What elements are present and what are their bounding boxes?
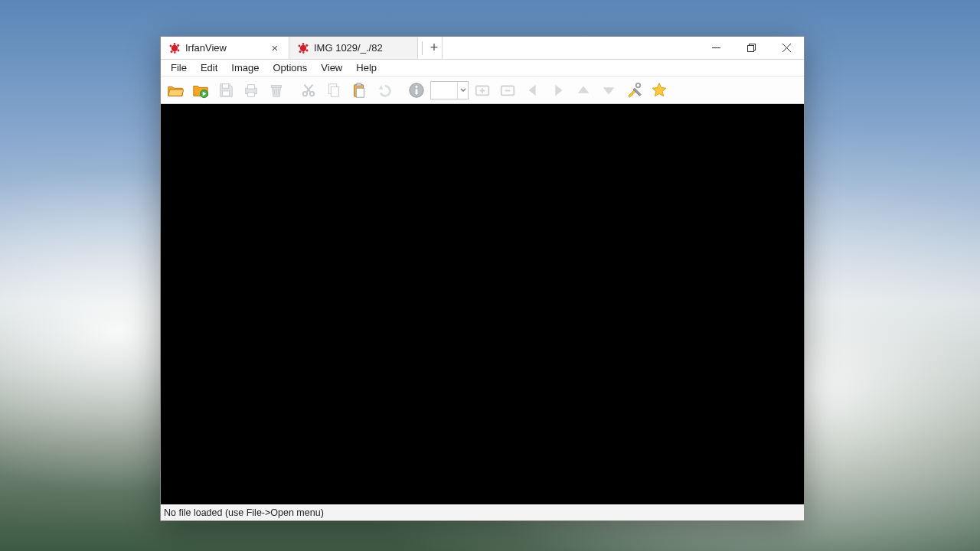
tab-irfanview[interactable]: IrfanView × <box>161 37 289 59</box>
menu-bar: File Edit Image Options View Help <box>161 60 804 77</box>
svg-rect-26 <box>331 86 338 96</box>
svg-point-8 <box>299 44 301 47</box>
print-button[interactable] <box>240 79 263 102</box>
menu-help[interactable]: Help <box>349 60 384 75</box>
menu-edit[interactable]: Edit <box>194 60 224 75</box>
next-button[interactable] <box>547 79 570 102</box>
svg-point-13 <box>302 51 305 54</box>
svg-point-0 <box>172 44 178 51</box>
desktop-background: IrfanView × IMG 1029/_./82 + <box>0 0 980 551</box>
menu-options[interactable]: Options <box>266 60 315 75</box>
last-button[interactable] <box>597 79 620 102</box>
cut-button[interactable] <box>297 79 320 102</box>
save-button[interactable] <box>214 79 237 102</box>
prev-icon <box>524 82 541 99</box>
undo-button[interactable] <box>373 79 396 102</box>
svg-point-4 <box>171 51 173 53</box>
close-button[interactable] <box>769 37 804 59</box>
down-icon <box>600 82 617 99</box>
open-button[interactable] <box>164 79 187 102</box>
prev-button[interactable] <box>521 79 544 102</box>
svg-point-10 <box>306 49 309 51</box>
slideshow-icon <box>192 82 209 99</box>
svg-rect-21 <box>247 92 254 96</box>
zoom-input[interactable] <box>431 82 457 99</box>
titlebar[interactable]: IrfanView × IMG 1029/_./82 + <box>161 37 804 60</box>
svg-point-1 <box>170 44 172 47</box>
menu-image[interactable]: Image <box>224 60 266 75</box>
minimize-icon <box>712 44 720 52</box>
tab-divider <box>422 41 423 55</box>
zoom-out-button[interactable] <box>496 79 519 102</box>
zoom-dropdown-button[interactable] <box>457 82 468 99</box>
irfanview-app-icon <box>297 42 309 54</box>
first-button[interactable] <box>572 79 595 102</box>
print-icon <box>243 82 260 99</box>
svg-rect-17 <box>222 83 228 88</box>
svg-rect-20 <box>247 84 254 89</box>
status-text: No file loaded (use File->Open menu) <box>164 507 324 518</box>
delete-button[interactable] <box>265 79 288 102</box>
save-icon <box>217 82 234 99</box>
close-icon <box>782 44 791 52</box>
svg-point-11 <box>299 51 302 53</box>
open-icon <box>167 82 184 99</box>
tab-label: IrfanView <box>185 42 264 54</box>
svg-point-7 <box>300 44 306 51</box>
window-controls <box>698 37 804 59</box>
cut-icon <box>300 82 317 99</box>
tools-icon <box>626 82 642 99</box>
favorite-button[interactable] <box>648 79 671 102</box>
toolbar <box>161 77 804 104</box>
tools-button[interactable] <box>622 79 645 102</box>
tab-strip: IrfanView × IMG 1029/_./82 + <box>161 37 698 59</box>
copy-icon <box>325 82 342 99</box>
chevron-down-icon <box>460 87 466 93</box>
tab-label: IMG 1029/_./82 <box>314 42 410 54</box>
image-canvas[interactable] <box>161 104 804 504</box>
paste-button[interactable] <box>348 79 371 102</box>
info-icon <box>408 82 425 99</box>
svg-rect-18 <box>222 90 229 95</box>
menu-view[interactable]: View <box>314 60 349 75</box>
svg-point-6 <box>174 51 176 54</box>
paste-icon <box>351 82 368 99</box>
svg-rect-28 <box>356 83 361 86</box>
plus-icon: + <box>430 40 439 56</box>
minimize-button[interactable] <box>698 37 733 59</box>
zoom-in-button[interactable] <box>471 79 494 102</box>
tab-close-button[interactable]: × <box>269 42 281 54</box>
info-button[interactable] <box>405 79 428 102</box>
next-icon <box>550 82 567 99</box>
svg-rect-32 <box>416 89 418 94</box>
delete-icon <box>268 82 285 99</box>
status-bar: No file loaded (use File->Open menu) <box>161 504 804 520</box>
up-icon <box>575 82 592 99</box>
undo-icon <box>376 82 393 99</box>
svg-rect-22 <box>272 85 282 87</box>
irfanview-app-icon <box>168 42 181 54</box>
svg-rect-15 <box>747 46 753 52</box>
slideshow-button[interactable] <box>189 79 212 102</box>
maximize-button[interactable] <box>733 37 769 59</box>
svg-point-12 <box>302 43 305 45</box>
app-window: IrfanView × IMG 1029/_./82 + <box>160 36 805 521</box>
svg-point-2 <box>177 44 179 46</box>
favorite-icon <box>651 82 668 99</box>
maximize-icon <box>747 44 756 52</box>
svg-rect-29 <box>356 88 364 97</box>
new-tab-button[interactable]: + <box>418 37 443 59</box>
zoom-in-icon <box>474 82 491 99</box>
svg-point-31 <box>416 85 418 87</box>
copy-button[interactable] <box>322 79 345 102</box>
svg-point-5 <box>174 43 176 45</box>
svg-point-3 <box>178 49 180 51</box>
zoom-out-icon <box>499 82 516 99</box>
menu-file[interactable]: File <box>164 60 194 75</box>
tab-img[interactable]: IMG 1029/_./82 <box>289 37 418 59</box>
zoom-combobox[interactable] <box>430 81 469 99</box>
svg-point-9 <box>305 44 308 46</box>
svg-point-35 <box>636 83 641 87</box>
